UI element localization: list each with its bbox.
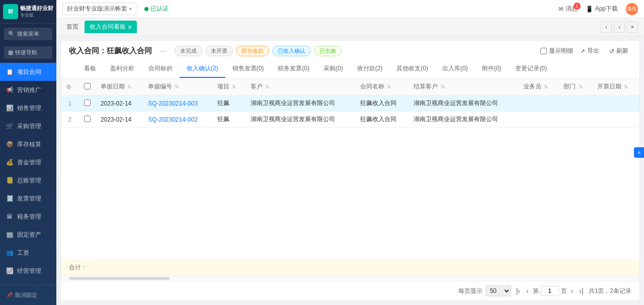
- tab-变更记录[interactable]: 变更记录(0): [508, 60, 554, 78]
- tab-税务发票[interactable]: 税务发票(0): [271, 60, 316, 78]
- last-page-button[interactable]: ›|: [577, 286, 585, 296]
- record-link-0[interactable]: SQ-20230214-003: [148, 100, 198, 107]
- general-icon: 📒: [5, 176, 14, 185]
- th-customer: 客户 ⇅: [246, 78, 355, 95]
- sidebar-item-purchase[interactable]: 🛒 采购管理: [0, 117, 56, 135]
- select-all-checkbox[interactable]: [84, 83, 91, 89]
- horizontal-scrollbar[interactable]: [69, 277, 170, 280]
- sort-date-icon[interactable]: ⇅: [127, 84, 131, 89]
- export-button[interactable]: ↗ 导出: [577, 46, 602, 56]
- sort-id-icon[interactable]: ⇅: [175, 84, 179, 89]
- sidebar-item-inventory[interactable]: 📦 库存核算: [0, 135, 56, 153]
- status-tag-部分收款[interactable]: 部分收款: [236, 46, 269, 56]
- sidebar-item-tax[interactable]: 🏛 税务管理: [0, 208, 56, 226]
- tab-close-icon[interactable]: ×: [128, 24, 132, 31]
- unpin-button[interactable]: 📌 取消固定: [4, 289, 52, 301]
- tab-close-all-button[interactable]: ×: [627, 22, 638, 33]
- cell-settings: 2: [61, 112, 79, 128]
- app-download-button[interactable]: 📱 App下载: [586, 5, 618, 13]
- sidebar-item-report[interactable]: 📄 小畅报告: [0, 280, 56, 285]
- quick-nav-button[interactable]: ▦ 快捷导航: [4, 46, 52, 59]
- show-detail-checkbox[interactable]: 显示明细: [540, 47, 573, 55]
- sidebar-item-hr[interactable]: 👥 工资: [0, 244, 56, 262]
- page-prefix-label: 第: [533, 287, 539, 295]
- logo-icon: 财: [3, 4, 18, 19]
- th-dept: 部门 ⇅: [558, 78, 592, 95]
- th-contract: 合同名称 ⇅: [355, 78, 409, 95]
- tab-采购[interactable]: 采购(0): [316, 60, 350, 78]
- th-date: 单据日期 ⇅: [96, 78, 143, 95]
- tab-收入确认[interactable]: 收入确认(2): [180, 60, 225, 78]
- tab-看板[interactable]: 看板: [77, 60, 103, 78]
- marketing-icon: 📢: [5, 85, 14, 94]
- cell-salesman: [518, 95, 558, 112]
- sidebar-item-operation[interactable]: 📈 经营管理: [0, 262, 56, 280]
- cell-invoice-date: [592, 112, 639, 128]
- more-options-button[interactable]: ···: [158, 47, 169, 56]
- status-tag-未完成[interactable]: 未完成: [175, 46, 202, 56]
- tab-home[interactable]: 首页: [62, 21, 83, 33]
- inventory-icon: 📦: [5, 140, 14, 149]
- tab-prev-button[interactable]: ‹: [601, 22, 612, 33]
- th-settings: ⚙: [61, 78, 79, 95]
- tab-附件[interactable]: 附件(0): [475, 60, 509, 78]
- tab-next-button[interactable]: ›: [614, 22, 625, 33]
- row-checkbox-1[interactable]: [84, 116, 91, 122]
- tab-收付款[interactable]: 收付款(2): [350, 60, 390, 78]
- sidebar-item-asset[interactable]: 🏢 固定资产: [0, 226, 56, 244]
- sidebar-item-general[interactable]: 📒 总账管理: [0, 171, 56, 189]
- cell-dept: [558, 112, 592, 128]
- sidebar-item-invoice[interactable]: 🧾 发票管理: [0, 189, 56, 208]
- page-number-input[interactable]: [541, 286, 559, 296]
- settings-icon[interactable]: ⚙: [66, 83, 71, 90]
- status-tag-已生效[interactable]: 已生效: [314, 46, 342, 56]
- per-page-select[interactable]: 50 100 200: [486, 285, 511, 296]
- tab-销售发票[interactable]: 销售发票(0): [225, 60, 271, 78]
- sort-invoice-date-icon[interactable]: ⇅: [624, 84, 628, 89]
- sidebar-item-sales[interactable]: 📊 销售管理: [0, 99, 56, 117]
- table-area[interactable]: ⚙ 单据日期 ⇅ 单据编号 ⇅: [61, 78, 639, 260]
- right-panel-icon[interactable]: ≡: [634, 147, 644, 158]
- mobile-icon: 📱: [586, 6, 593, 13]
- message-badge: 1: [574, 3, 581, 10]
- sidebar-item-project[interactable]: 📋 项目合同: [0, 63, 56, 81]
- tab-income-contract[interactable]: 收入合同看板 ×: [85, 21, 137, 33]
- tab-合同标的[interactable]: 合同标的: [141, 60, 180, 78]
- grid-icon: ▦: [8, 49, 13, 56]
- first-page-button[interactable]: |‹: [514, 286, 522, 296]
- sort-project-icon[interactable]: ⇅: [232, 84, 236, 89]
- content-area: 收入合同：狂飙收入合同 ··· 未完成未开票部分收款已收入确认已生效 显示明细 …: [60, 40, 640, 301]
- row-checkbox-0[interactable]: [84, 99, 91, 106]
- tab-出入库[interactable]: 出入库(0): [435, 60, 475, 78]
- sidebar-menu: 📋 项目合同 📢 营销推广 📊 销售管理 🛒 采购管理 📦 库存核算 💰 资金管…: [0, 63, 56, 285]
- tab-其他收支[interactable]: 其他收支(0): [389, 60, 435, 78]
- cell-date: 2023-02-14: [96, 95, 143, 112]
- table-row[interactable]: 1 2023-02-14 SQ-20230214-003 狂飙 湖南卫视商业运营…: [61, 95, 639, 112]
- company-selector[interactable]: 好业财专业版演示帐套 ▾: [62, 3, 136, 15]
- th-settlement: 结算客户 ⇅: [409, 78, 518, 95]
- next-page-button[interactable]: ›: [569, 286, 576, 296]
- record-link-1[interactable]: SQ-20230214-002: [148, 116, 198, 123]
- tabbar: 首页 收入合同看板 × ‹ › ×: [56, 18, 644, 36]
- table-row[interactable]: 2 2023-02-14 SQ-20230214-002 狂飙 湖南卫视商业运营…: [61, 112, 639, 128]
- sidebar-item-finance[interactable]: 💰 资金管理: [0, 153, 56, 171]
- search-menu-button[interactable]: 🔍 搜索菜单: [4, 28, 52, 40]
- sort-settlement-icon[interactable]: ⇅: [441, 84, 445, 89]
- sidebar-item-marketing[interactable]: 📢 营销推广: [0, 81, 56, 99]
- sort-customer-icon[interactable]: ⇅: [265, 84, 269, 89]
- tab-盈利分析[interactable]: 盈利分析: [103, 60, 141, 78]
- messages-button[interactable]: ✉ 消息 1: [558, 5, 578, 13]
- user-avatar-button[interactable]: 珠珠: [626, 3, 638, 15]
- refresh-button[interactable]: ↺ 刷新: [606, 46, 631, 56]
- sort-contract-icon[interactable]: ⇅: [387, 84, 391, 89]
- status-tag-已收入确认[interactable]: 已收入确认: [272, 46, 311, 56]
- cell-contract: 狂飙收入合同: [355, 95, 409, 112]
- sort-dept-icon[interactable]: ⇅: [579, 84, 583, 89]
- status-tag-未开票[interactable]: 未开票: [205, 46, 233, 56]
- detail-checkbox-input[interactable]: [540, 48, 547, 54]
- sidebar-item-label: 发票管理: [17, 194, 41, 203]
- sort-salesman-icon[interactable]: ⇅: [544, 84, 548, 89]
- logo-text: 畅捷通好业财: [20, 5, 53, 12]
- cell-checkbox: [79, 95, 96, 112]
- prev-page-button[interactable]: ‹: [524, 286, 531, 296]
